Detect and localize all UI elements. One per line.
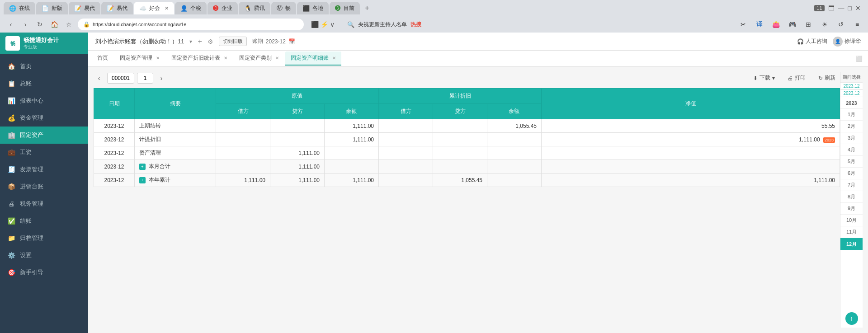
browser-tab-7[interactable]: 🅒 企业	[208, 2, 238, 14]
calendar-icon[interactable]: 📅	[288, 38, 295, 45]
address-text: https://cloud.chanjet.com/accounting/uw1…	[93, 22, 186, 27]
minimize-panel-button[interactable]: —	[839, 53, 850, 64]
tab-close-2[interactable]: ✕	[224, 56, 227, 61]
period-month-7[interactable]: 7月	[840, 179, 863, 191]
browser-tab-1[interactable]: 🌐 在线	[4, 2, 35, 14]
period-selected-start: 2023.12	[840, 83, 863, 90]
sidebar-item-guide[interactable]: 🎯 新手引导	[0, 264, 88, 281]
browser-tab-11[interactable]: 🅢 目前	[330, 2, 360, 14]
wallet-icon[interactable]: 👛	[770, 19, 781, 30]
cell-net-value-5: 1,111.00	[542, 174, 840, 187]
sidebar-item-payroll[interactable]: 💼 工资	[0, 144, 88, 161]
expand-panel-button[interactable]: ⬜	[854, 53, 864, 64]
user-info[interactable]: 👤 徐译华	[833, 37, 861, 47]
bookmark-button[interactable]: ☆	[63, 19, 74, 30]
sidebar-item-funds[interactable]: 💰 资金管理	[0, 109, 88, 127]
period-month-5[interactable]: 5月	[840, 156, 863, 168]
data-table: 日期 摘要 原值 累计折旧 净值 借方 贷方 余额 借方 贷方 余额	[94, 88, 840, 187]
browser-tab-8[interactable]: 🐧 腾讯	[239, 2, 270, 14]
history-icon[interactable]: ↺	[835, 19, 846, 30]
new-tab-button[interactable]: +	[361, 2, 373, 14]
period-month-6[interactable]: 6月	[840, 168, 863, 179]
hot-search-label[interactable]: 热搜	[410, 21, 421, 28]
maximize-icon[interactable]: □	[848, 5, 852, 12]
period-month-9[interactable]: 9月	[840, 203, 863, 215]
menu-icon[interactable]: ≡	[852, 19, 863, 30]
th-accum-credit: 贷方	[433, 104, 487, 119]
minimize-icon[interactable]: —	[838, 5, 844, 12]
period-month-8[interactable]: 8月	[840, 191, 863, 203]
settings-cog-button[interactable]: ⚙	[208, 38, 213, 45]
tab-fixed-asset-management[interactable]: 固定资产管理 ✕	[114, 52, 165, 66]
sidebar-item-invoices[interactable]: 🧾 发票管理	[0, 161, 88, 178]
back-button[interactable]: ‹	[5, 19, 16, 30]
period-month-11[interactable]: 11月	[840, 226, 863, 238]
scroll-top-button[interactable]: ↑	[845, 312, 858, 325]
period-month-3[interactable]: 3月	[840, 132, 863, 144]
year-badge: 2023	[823, 137, 835, 143]
game-icon[interactable]: 🎮	[787, 19, 797, 30]
tab-close-3[interactable]: ✕	[275, 56, 279, 61]
sidebar-item-archive[interactable]: 📁 归档管理	[0, 230, 88, 247]
tab-home[interactable]: 首页	[92, 52, 113, 66]
qr-icon[interactable]: ⬛	[311, 21, 319, 28]
prev-page-button[interactable]: ‹	[94, 73, 104, 84]
tab-close-1[interactable]: ✕	[156, 56, 160, 61]
next-page-button[interactable]: ›	[156, 73, 167, 84]
dropdown-icon[interactable]: ∨	[330, 21, 335, 28]
sidebar-item-ledger[interactable]: 📋 总账	[0, 75, 88, 92]
theme-icon[interactable]: ☀	[819, 19, 830, 30]
sidebar-item-home[interactable]: 🏠 首页	[0, 58, 88, 75]
sidebar-item-inventory[interactable]: 📦 进销台账	[0, 178, 88, 195]
period-year-2023[interactable]: 2023	[840, 97, 863, 109]
scissors-icon[interactable]: ✂	[738, 19, 749, 30]
address-bar: ‹ › ↻ 🏠 ☆ 🔒 https://cloud.chanjet.com/ac…	[0, 16, 868, 33]
tab-home-label: 首页	[97, 54, 108, 62]
ledger-icon: 📋	[7, 80, 15, 88]
print-button[interactable]: 🖨 打印	[783, 72, 810, 84]
address-input[interactable]: 🔒 https://cloud.chanjet.com/accounting/u…	[78, 19, 304, 30]
consult-button[interactable]: 🎧 人工咨询	[797, 38, 827, 45]
sidebar-label-fixed-assets: 固定资产	[20, 131, 43, 139]
download-button[interactable]: ⬇ 下载 ▾	[749, 72, 779, 84]
browser-tab-2[interactable]: 📄 新版	[36, 2, 68, 14]
period-month-1[interactable]: 1月	[840, 109, 863, 121]
page-code-input[interactable]	[107, 73, 134, 84]
cell-accum-debit-2	[379, 133, 433, 146]
restore-window-icon[interactable]: 🗖	[828, 5, 835, 12]
browser-tab-10[interactable]: ⬛ 各地	[297, 2, 329, 14]
tab-close-5[interactable]: ✕	[165, 5, 169, 11]
grid-icon[interactable]: ⊞	[803, 19, 814, 30]
period-month-12[interactable]: 12月	[840, 238, 863, 250]
tab-asset-category[interactable]: 固定资产类别 ✕	[234, 52, 284, 66]
sidebar-item-tax[interactable]: 🖨 税务管理	[0, 195, 88, 212]
browser-tab-9[interactable]: Ⓜ 畅	[271, 2, 296, 14]
browser-tab-4[interactable]: 📝 易代	[101, 2, 133, 14]
period-month-2[interactable]: 2月	[840, 121, 863, 132]
home-button[interactable]: 🏠	[49, 19, 60, 30]
sidebar-item-reports[interactable]: 📊 报表中心	[0, 92, 88, 109]
browser-tab-5[interactable]: ☁️ 好会 ✕	[134, 2, 174, 14]
page-num-input[interactable]	[137, 73, 153, 84]
dropdown-arrow[interactable]: ▾	[189, 38, 192, 45]
browser-tab-3[interactable]: 📝 易代	[69, 2, 100, 14]
browser-tab-6[interactable]: 👤 个税	[175, 2, 207, 14]
close-window-icon[interactable]: ✕	[855, 5, 861, 12]
add-account-button[interactable]: +	[198, 38, 202, 46]
tab-close-4[interactable]: ✕	[332, 56, 336, 61]
switch-version-button[interactable]: 切到旧版	[219, 37, 247, 46]
lightning-icon[interactable]: ⚡	[321, 21, 328, 28]
sidebar-item-fixed-assets[interactable]: 🏢 固定资产	[0, 127, 88, 144]
sidebar-item-closing[interactable]: ✅ 结账	[0, 212, 88, 230]
cell-accum-balance-5	[487, 174, 542, 187]
sidebar-item-settings[interactable]: ⚙️ 设置	[0, 247, 88, 264]
period-month-4[interactable]: 4月	[840, 144, 863, 156]
translate-icon[interactable]: 译	[754, 19, 765, 30]
tab-depreciation-stats[interactable]: 固定资产折旧统计表 ✕	[166, 52, 233, 66]
reload-button[interactable]: ↻	[34, 19, 45, 30]
period-month-10[interactable]: 10月	[840, 215, 863, 226]
refresh-button[interactable]: ↻ 刷新	[814, 72, 840, 84]
tab-asset-detail[interactable]: 固定资产明细账 ✕	[285, 52, 341, 66]
forward-button[interactable]: ›	[20, 19, 31, 30]
cell-date-4: 2023-12	[94, 160, 135, 174]
